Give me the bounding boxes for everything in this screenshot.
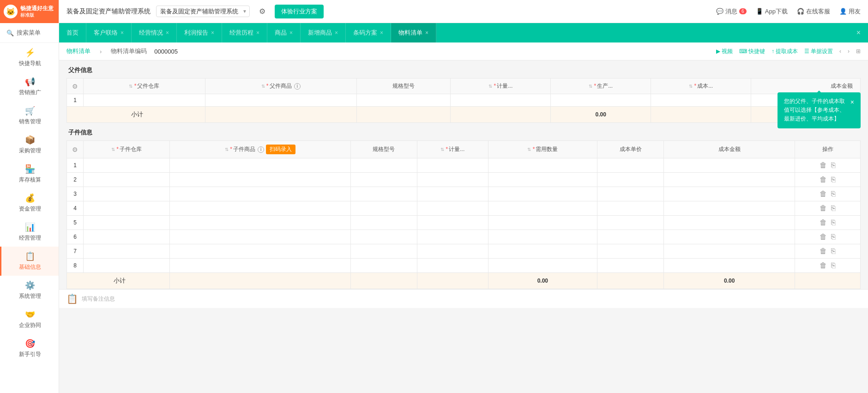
delete-row-1-button[interactable]: 🗑	[820, 161, 827, 169]
nav-tab-条码方案[interactable]: 条码方案×	[346, 23, 391, 42]
child-quantity-4[interactable]	[488, 201, 597, 216]
child-unit-cost-4[interactable]	[597, 201, 664, 216]
child-product-7[interactable]	[169, 244, 350, 259]
child-product-5[interactable]	[169, 216, 350, 230]
delete-row-3-button[interactable]: 🗑	[820, 190, 827, 198]
copy-row-2-button[interactable]: ⎘	[831, 175, 836, 183]
nav-tab-close-新增商品[interactable]: ×	[335, 30, 338, 36]
child-product-6[interactable]	[169, 230, 350, 244]
child-spec-2[interactable]	[350, 173, 417, 187]
child-product-8[interactable]	[169, 259, 350, 273]
child-product-3[interactable]	[169, 187, 350, 201]
shortcut-button[interactable]: ⌨ 快捷键	[739, 48, 765, 55]
user-menu-button[interactable]: 👤 用友	[839, 7, 861, 16]
sidebar-item-库存核算[interactable]: 🏪 库存核算	[0, 159, 59, 188]
child-unit-cost-6[interactable]	[597, 230, 664, 244]
child-cost-amount-5[interactable]	[664, 216, 795, 230]
child-cost-amount-4[interactable]	[664, 201, 795, 216]
single-setting-button[interactable]: ☰ 单据设置	[804, 48, 833, 55]
child-quantity-3[interactable]	[488, 187, 597, 201]
copy-row-3-button[interactable]: ⎘	[831, 190, 836, 198]
child-cost-amount-1[interactable]	[664, 158, 795, 173]
parent-settings-icon[interactable]: ⚙	[72, 83, 78, 90]
child-unit-1[interactable]	[417, 158, 488, 173]
sidebar-item-新手引导[interactable]: 🎯 新手引导	[0, 334, 59, 363]
sidebar-item-快捷导航[interactable]: ⚡ 快捷导航	[0, 43, 59, 72]
child-spec-7[interactable]	[350, 244, 417, 259]
child-spec-6[interactable]	[350, 230, 417, 244]
child-unit-8[interactable]	[417, 259, 488, 273]
child-warehouse-7[interactable]	[84, 244, 170, 259]
child-quantity-8[interactable]	[488, 259, 597, 273]
message-button[interactable]: 💬 消息 6	[716, 7, 747, 16]
settings-gear-button[interactable]: ⚙	[255, 5, 269, 18]
delete-row-8-button[interactable]: 🗑	[820, 261, 827, 269]
child-unit-2[interactable]	[417, 173, 488, 187]
child-spec-4[interactable]	[350, 201, 417, 216]
nav-tab-物料清单[interactable]: 物料清单×	[391, 23, 436, 42]
child-product-info-icon[interactable]: i	[258, 146, 264, 153]
child-spec-1[interactable]	[350, 158, 417, 173]
nav-tab-客户联络[interactable]: 客户联络×	[86, 23, 132, 42]
child-cost-amount-7[interactable]	[664, 244, 795, 259]
child-cost-amount-8[interactable]	[664, 259, 795, 273]
scan-input-button[interactable]: 扫码录入	[266, 145, 295, 154]
nav-tab-新增商品[interactable]: 新增商品×	[301, 23, 346, 42]
nav-tab-首页[interactable]: 首页	[59, 23, 86, 42]
nav-tab-close-条码方案[interactable]: ×	[380, 30, 383, 36]
grid-view-button[interactable]: ⊞	[856, 48, 861, 54]
child-warehouse-3[interactable]	[84, 187, 170, 201]
child-quantity-1[interactable]	[488, 158, 597, 173]
search-menu-button[interactable]: 🔍 搜索菜单	[4, 27, 55, 39]
copy-row-5-button[interactable]: ⎘	[831, 218, 836, 226]
child-unit-6[interactable]	[417, 230, 488, 244]
extract-cost-button[interactable]: ↑ 提取成本	[772, 48, 798, 55]
child-quantity-2[interactable]	[488, 173, 597, 187]
child-product-4[interactable]	[169, 201, 350, 216]
nav-prev-button[interactable]: ‹	[839, 48, 841, 54]
child-unit-3[interactable]	[417, 187, 488, 201]
sidebar-item-企业协同[interactable]: 🤝 企业协同	[0, 305, 59, 334]
child-unit-7[interactable]	[417, 244, 488, 259]
nav-next-button[interactable]: ›	[848, 48, 850, 54]
system-select[interactable]: 装备及固定资产辅助管理系统	[156, 6, 250, 17]
note-hint[interactable]: 填写备注信息	[82, 295, 115, 303]
sidebar-item-系统管理[interactable]: ⚙️ 系统管理	[0, 276, 59, 305]
parent-spec-1[interactable]	[356, 94, 451, 107]
delete-row-4-button[interactable]: 🗑	[820, 204, 827, 212]
delete-row-2-button[interactable]: 🗑	[820, 175, 827, 183]
child-warehouse-4[interactable]	[84, 201, 170, 216]
parent-warehouse-1[interactable]	[84, 94, 205, 107]
parent-product-1[interactable]	[205, 94, 356, 107]
child-product-2[interactable]	[169, 173, 350, 187]
child-unit-cost-2[interactable]	[597, 173, 664, 187]
child-unit-cost-3[interactable]	[597, 187, 664, 201]
child-spec-3[interactable]	[350, 187, 417, 201]
video-button[interactable]: ▶ 视频	[716, 48, 733, 55]
child-warehouse-8[interactable]	[84, 259, 170, 273]
tooltip-close-button[interactable]: ×	[850, 97, 854, 107]
trial-button[interactable]: 体验行业方案	[275, 5, 324, 18]
delete-row-5-button[interactable]: 🗑	[820, 218, 827, 226]
child-warehouse-6[interactable]	[84, 230, 170, 244]
copy-row-7-button[interactable]: ⎘	[831, 247, 836, 255]
sidebar-item-采购管理[interactable]: 📦 采购管理	[0, 130, 59, 159]
nav-tab-close-经营历程[interactable]: ×	[256, 30, 259, 36]
child-unit-cost-8[interactable]	[597, 259, 664, 273]
delete-row-7-button[interactable]: 🗑	[820, 247, 827, 255]
child-unit-cost-5[interactable]	[597, 216, 664, 230]
sidebar-item-经营管理[interactable]: 📊 经营管理	[0, 218, 59, 247]
copy-row-1-button[interactable]: ⎘	[831, 161, 836, 169]
nav-tab-close-经营情况[interactable]: ×	[166, 30, 169, 36]
sidebar-item-资金管理[interactable]: 💰 资金管理	[0, 188, 59, 218]
nav-tab-利润报告[interactable]: 利润报告×	[177, 23, 222, 42]
online-service-button[interactable]: 🎧 在线客服	[797, 7, 830, 16]
copy-row-6-button[interactable]: ⎘	[831, 233, 836, 241]
nav-tab-经营情况[interactable]: 经营情况×	[132, 23, 177, 42]
parent-unit-1[interactable]	[451, 94, 551, 107]
child-unit-5[interactable]	[417, 216, 488, 230]
breadcrumb-link[interactable]: 物料清单	[66, 47, 90, 55]
child-quantity-5[interactable]	[488, 216, 597, 230]
child-quantity-6[interactable]	[488, 230, 597, 244]
nav-close-all-button[interactable]: ×	[849, 23, 868, 42]
